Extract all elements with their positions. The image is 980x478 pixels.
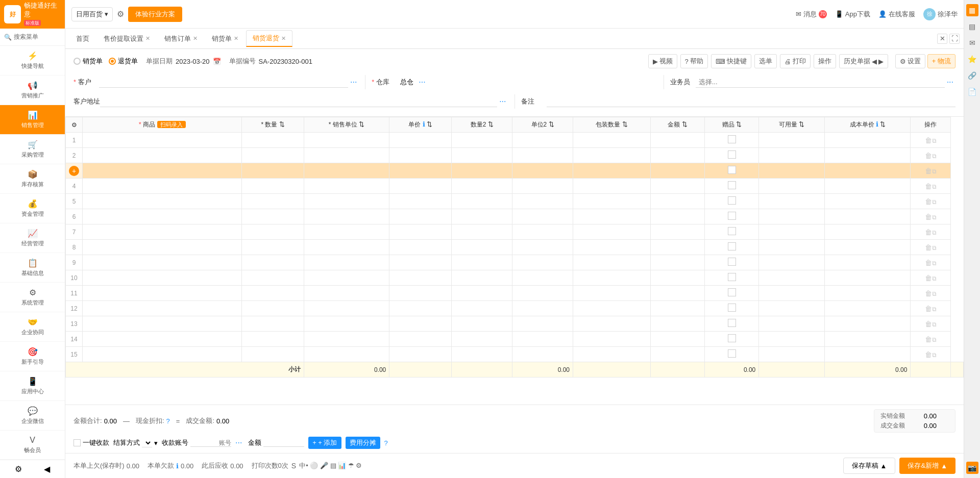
delete-icon[interactable]: 🗑	[925, 259, 932, 267]
sort-icon[interactable]: ⇅	[799, 120, 804, 128]
tab-close-icon[interactable]: ✕	[145, 35, 150, 42]
amount-input[interactable]	[263, 439, 304, 447]
copy-icon[interactable]: ⧉	[932, 351, 937, 359]
sort-icon[interactable]: ⇅	[880, 120, 886, 128]
copy-icon[interactable]: ⧉	[932, 214, 937, 221]
gift-checkbox[interactable]	[728, 227, 736, 235]
sidebar-item-wechat[interactable]: 💬 企业微信	[0, 401, 65, 431]
customer-input[interactable]	[99, 77, 348, 88]
delete-icon[interactable]: 🗑	[925, 274, 932, 282]
unit-cell[interactable]	[304, 133, 389, 148]
sidebar-search[interactable]: 🔍 搜索菜单	[0, 29, 65, 46]
price-cell[interactable]	[389, 133, 452, 148]
collapse-icon[interactable]: ◀	[44, 464, 50, 474]
tab-close-icon[interactable]: ✕	[234, 35, 238, 42]
app-download-btn[interactable]: 📱 App下载	[835, 10, 870, 19]
qty-cell[interactable]	[242, 133, 304, 148]
shortcut-btn[interactable]: ⌨快捷键	[711, 54, 751, 68]
tab-sales-return[interactable]: 销货退货 ✕	[246, 30, 292, 47]
unit2-cell[interactable]	[512, 133, 573, 148]
tab-home[interactable]: 首页	[69, 31, 96, 47]
sort-icon[interactable]: ⇅	[279, 120, 285, 128]
close-tab-btn[interactable]: ✕	[937, 34, 947, 44]
copy-icon[interactable]: ⧉	[932, 229, 937, 236]
copy-icon[interactable]: ⧉	[932, 260, 937, 267]
delete-icon[interactable]: 🗑	[925, 289, 932, 297]
message-mini-btn[interactable]: ✉	[966, 37, 978, 49]
settings-icon[interactable]: ⚙	[15, 464, 22, 474]
copy-icon[interactable]: ⧉	[932, 290, 937, 297]
tab-sales[interactable]: 销货单 ✕	[205, 31, 245, 47]
settle-select[interactable]	[142, 439, 152, 447]
star-btn[interactable]: ⭐	[966, 53, 978, 65]
sort-icon[interactable]: ⇅	[682, 120, 688, 128]
gift-checkbox[interactable]	[728, 135, 736, 143]
maximize-btn[interactable]: ⛶	[949, 34, 960, 44]
industry-select[interactable]: 日用百货 ▾	[71, 7, 113, 21]
card-view-btn[interactable]: ▤	[966, 20, 978, 33]
salesperson-input[interactable]	[696, 77, 945, 88]
sidebar-item-guide[interactable]: 🎯 新手引导	[0, 342, 65, 371]
add-btn[interactable]: + + 添加	[308, 437, 341, 449]
salesperson-select-icon[interactable]: ···	[945, 78, 955, 87]
delete-icon[interactable]: 🗑	[925, 335, 932, 343]
th-settings[interactable]: ⚙	[66, 117, 83, 133]
delete-icon[interactable]: 🗑	[925, 320, 932, 328]
copy-icon[interactable]: ⧉	[932, 153, 937, 160]
select-btn[interactable]: 选单	[754, 54, 777, 68]
gift-checkbox[interactable]	[728, 319, 736, 327]
sidebar-item-basic[interactable]: 📋 基础信息	[0, 253, 65, 283]
gift-checkbox[interactable]	[728, 349, 736, 358]
tab-close-icon[interactable]: ✕	[193, 35, 198, 42]
sidebar-item-inventory[interactable]: 📦 库存核算	[0, 164, 65, 194]
tab-close-icon[interactable]: ✕	[281, 35, 286, 42]
print-btn[interactable]: 🖨打印	[780, 54, 811, 68]
tab-price-settings[interactable]: 售价提取设置 ✕	[97, 31, 157, 47]
sort-icon[interactable]: ⇅	[736, 120, 742, 128]
copy-icon[interactable]: ⧉	[932, 198, 937, 206]
radio-sales[interactable]: 销货单	[74, 57, 103, 66]
settings-right-btn[interactable]: ⚙设置	[895, 54, 925, 68]
gift-checkbox[interactable]	[728, 166, 736, 174]
warehouse-select-icon[interactable]: ···	[416, 78, 427, 87]
delete-icon[interactable]: 🗑	[925, 228, 932, 236]
gift-checkbox[interactable]	[728, 304, 736, 312]
cost-cell[interactable]	[825, 133, 911, 148]
doc-btn[interactable]: 📄	[966, 86, 978, 98]
gift-checkbox[interactable]	[728, 196, 736, 205]
tab-sales-order[interactable]: 销售订单 ✕	[158, 31, 204, 47]
topbar-gear-icon[interactable]: ⚙	[117, 9, 124, 19]
available-cell[interactable]	[759, 133, 825, 148]
add-row-cell[interactable]: +	[66, 163, 83, 179]
delete-icon[interactable]: 🗑	[925, 243, 932, 251]
delete-icon[interactable]: 🗑	[925, 350, 932, 359]
sidebar-item-shortcut[interactable]: ⚡ 快捷导航	[0, 46, 65, 76]
sidebar-item-system[interactable]: ⚙ 系统管理	[0, 283, 65, 312]
sidebar-item-sales[interactable]: 📊 销售管理	[0, 105, 65, 135]
scan-mini-btn[interactable]: 📷	[966, 462, 978, 474]
sidebar-item-operations[interactable]: 📈 经营管理	[0, 223, 65, 253]
online-service-btn[interactable]: 👤 在线客服	[878, 10, 915, 19]
save-draft-btn[interactable]: 保存草稿 ▲	[843, 458, 896, 474]
sort-icon[interactable]: ⇅	[488, 120, 494, 128]
sort-icon[interactable]: ⇅	[359, 120, 364, 128]
qty2-cell[interactable]	[452, 133, 512, 148]
sort-icon[interactable]: ⇅	[622, 120, 628, 128]
sort-icon[interactable]: ⇅	[549, 120, 554, 128]
product-input[interactable]	[86, 167, 238, 174]
link-btn[interactable]: 🔗	[966, 69, 978, 82]
delete-icon[interactable]: 🗑	[925, 152, 932, 160]
sort-icon[interactable]: ⇅	[427, 120, 432, 128]
user-info[interactable]: 徐 徐泽华	[923, 8, 958, 20]
product-cell[interactable]	[83, 133, 242, 148]
pay-checkbox[interactable]	[74, 439, 81, 446]
delete-icon[interactable]: 🗑	[925, 167, 932, 175]
video-btn[interactable]: ▶视频	[648, 54, 677, 68]
copy-icon[interactable]: ⧉	[932, 306, 937, 313]
sidebar-item-apps[interactable]: 📱 应用中心	[0, 371, 65, 401]
save-new-btn[interactable]: 保存&新增 ▲	[899, 458, 955, 474]
fee-split-btn[interactable]: 费用分摊	[346, 437, 380, 449]
gift-checkbox[interactable]	[728, 288, 736, 296]
gift-cell[interactable]	[705, 133, 759, 148]
settle-dropdown[interactable]: ▾	[154, 439, 158, 447]
